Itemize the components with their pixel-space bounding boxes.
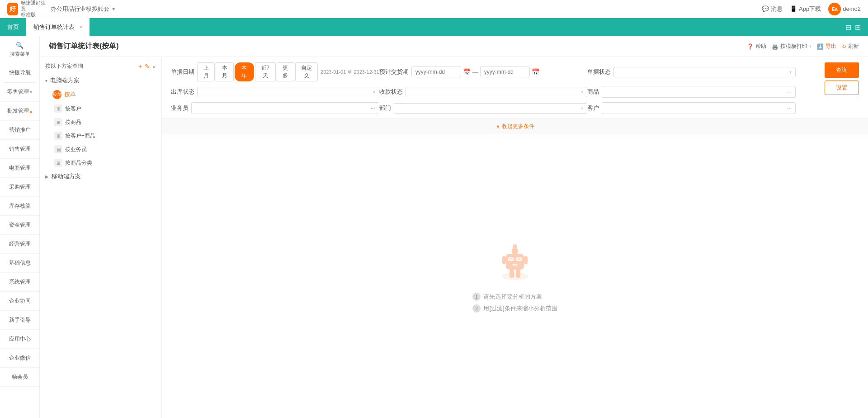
pc-group-label: 电脑端方案 [50, 76, 80, 85]
tab-sales-order[interactable]: 销售订单统计表 × [26, 18, 90, 36]
logo-area: 好 畅捷通好生意 标准版 [7, 0, 47, 18]
sidebar-item-retail[interactable]: 零售管理 ▾ [0, 83, 39, 102]
date-btn-7days[interactable]: 近7天 [255, 62, 275, 81]
product-select[interactable]: ··· [602, 86, 796, 98]
tree-item-by-product[interactable]: ⊞ 按商品 [40, 115, 161, 129]
by-product-icon: ⊞ [54, 118, 62, 126]
tree-item-by-customer[interactable]: ⊞ 按客户 [40, 102, 161, 115]
tree-item-by-category[interactable]: ⊞ 按商品分类 [40, 156, 161, 170]
sidebar-item-sales[interactable]: 销售管理 [0, 140, 39, 159]
user-name: demo2 [843, 5, 861, 12]
app-download-button[interactable]: 📱 App下载 [790, 5, 821, 13]
filter-salesman-col: 业务员 ··· [171, 102, 379, 114]
tab-home[interactable]: 首页 [0, 18, 26, 36]
setting-button[interactable]: 设置 [825, 81, 859, 95]
page-header-actions: ❓ 帮助 🖨️ 按模板打印 ▾ ⬇️ 导出 ↻ 刷新 [747, 43, 859, 50]
message-button[interactable]: 💬 消息 [762, 5, 783, 13]
template-print-button[interactable]: 🖨️ 按模板打印 ▾ [772, 43, 811, 50]
add-scheme-icon[interactable]: + [138, 63, 142, 70]
by-product-label: 按商品 [65, 119, 81, 126]
collapse-panel-icon[interactable]: « [152, 63, 156, 70]
tip-num-2: 2 [472, 304, 481, 313]
by-salesman-icon: ▤ [54, 145, 62, 153]
sidebar-item-ecom[interactable]: 电商管理 [0, 159, 39, 178]
date-btn-group: 上月 本月 本年 近7天 更多 自定义 [197, 62, 318, 81]
date-btn-last-month[interactable]: 上月 [197, 62, 215, 81]
ship-chevron-icon: ▾ [373, 90, 375, 95]
tree-item-by-single[interactable]: 按单 按单 [40, 87, 161, 102]
sidebar-item-system[interactable]: 系统管理 [0, 273, 39, 292]
sidebar-item-finance[interactable]: 资金管理 [0, 216, 39, 235]
left-panel-header: 按以下方案查询 + ✎ « [40, 62, 161, 74]
filter-fields: 单据日期 上月 本月 本年 近7天 更多 自定义 2023-01-01 至 20… [162, 57, 868, 114]
sidebar-item-member[interactable]: 畅会员 [0, 368, 39, 387]
date-btn-this-year[interactable]: 本年 [235, 62, 254, 81]
date-btn-more[interactable]: 更多 [277, 62, 294, 81]
date-btn-custom[interactable]: 自定义 [295, 62, 318, 81]
dept-chevron-icon: ▾ [581, 106, 583, 111]
payment-status-select[interactable]: ▾ [406, 87, 588, 97]
by-single-label: 按单 [64, 90, 76, 99]
refresh-button[interactable]: ↻ 刷新 [842, 43, 859, 50]
sidebar-item-purchase[interactable]: 采购管理 [0, 178, 39, 197]
sidebar-item-inventory[interactable]: 库存核算 [0, 197, 39, 216]
expected-date-start-input[interactable] [411, 66, 461, 77]
calendar-start-icon: 📅 [463, 68, 471, 76]
customer-label: 客户 [587, 104, 599, 112]
sidebar-item-enterprise[interactable]: 企业协同 [0, 292, 39, 311]
sidebar-item-operation[interactable]: 经营管理 [0, 235, 39, 254]
sidebar-item-wholesale[interactable]: 批发管理 ▴ [0, 102, 39, 121]
sidebar-item-appcenter[interactable]: 应用中心 [0, 330, 39, 349]
help-button[interactable]: ❓ 帮助 [747, 43, 766, 50]
sidebar-item-retail-label: 零售管理 [7, 88, 29, 96]
pc-group-header[interactable]: ▾ 电脑端方案 [40, 74, 161, 87]
sidebar-quick-nav[interactable]: 快捷导航 [0, 63, 39, 82]
ship-status-label: 出库状态 [171, 88, 194, 96]
refresh-icon: ↻ [842, 43, 846, 50]
salesman-select[interactable]: ··· [191, 102, 379, 114]
sidebar-item-guide[interactable]: 新手引导 [0, 311, 39, 330]
customer-more-icon: ··· [787, 105, 792, 111]
tree-item-by-salesman[interactable]: ▤ 按业务员 [40, 142, 161, 156]
export-button[interactable]: ⬇️ 导出 [817, 43, 836, 50]
ship-status-select[interactable]: ▾ [197, 87, 379, 97]
nav-tab-actions: ⊟ ⊞ [845, 23, 868, 32]
date-btn-this-month[interactable]: 本月 [216, 62, 233, 81]
status-select[interactable]: ▾ [613, 67, 796, 77]
top-bar-right: 💬 消息 📱 App下载 Ea demo2 [762, 3, 861, 15]
sidebar-search[interactable]: 🔍 搜索菜单 [0, 36, 39, 63]
breadcrumb-text: 办公用品行业模拟账套 [51, 5, 109, 13]
top-bar: 好 畅捷通好生意 标准版 办公用品行业模拟账套 ▾ 💬 消息 📱 App下载 E… [0, 0, 868, 18]
expected-date-end-input[interactable] [480, 66, 530, 77]
filter-row-3: 业务员 ··· 部门 ▾ [171, 102, 796, 114]
query-button[interactable]: 查询 [825, 62, 859, 78]
tab-maximize-icon[interactable]: ⊞ [855, 23, 861, 32]
pc-group-arrow-icon: ▾ [45, 78, 47, 83]
sidebar-item-weixin[interactable]: 企业微信 [0, 349, 39, 368]
collapse-more-btn[interactable]: ∧ 收起更多条件 [162, 119, 868, 134]
date-range-text: 2023-01-01 至 2023-12-31 [321, 69, 379, 76]
tree-item-by-cust-prod[interactable]: ⊞ 按客户+商品 [40, 129, 161, 142]
filter-payment-col: 收款状态 ▾ [379, 87, 588, 97]
mobile-group-header[interactable]: ▶ 移动端方案 [40, 170, 161, 183]
filter-expected-date-col: 预计交货期 📅 — 📅 [379, 66, 588, 77]
tab-minimize-icon[interactable]: ⊟ [845, 23, 851, 32]
filter-action-buttons: 查询 设置 [825, 62, 859, 95]
sidebar-item-marketing[interactable]: 营销推广 [0, 121, 39, 140]
top-bar-left: 好 畅捷通好生意 标准版 办公用品行业模拟账套 ▾ [7, 0, 115, 18]
customer-select[interactable]: ··· [602, 102, 796, 114]
breadcrumb-dropdown-icon[interactable]: ▾ [112, 5, 115, 12]
filter-dept-col: 部门 ▾ [379, 103, 588, 114]
print-icon: 🖨️ [772, 43, 778, 50]
app-download-icon: 📱 [790, 5, 797, 12]
tab-close-icon[interactable]: × [79, 24, 82, 30]
svg-rect-10 [516, 270, 520, 278]
sidebar-quicknav-label: 快捷导航 [9, 69, 31, 76]
sidebar-item-basic[interactable]: 基础信息 [0, 254, 39, 273]
user-area[interactable]: Ea demo2 [828, 3, 861, 15]
tip-num-1: 1 [472, 293, 481, 301]
dept-select[interactable]: ▾ [394, 103, 588, 114]
filter-date-col: 单据日期 上月 本月 本年 近7天 更多 自定义 2023-01-01 至 20… [171, 62, 379, 81]
nav-tabs: 首页 销售订单统计表 × ⊟ ⊞ [0, 18, 868, 36]
edit-scheme-icon[interactable]: ✎ [145, 63, 150, 70]
